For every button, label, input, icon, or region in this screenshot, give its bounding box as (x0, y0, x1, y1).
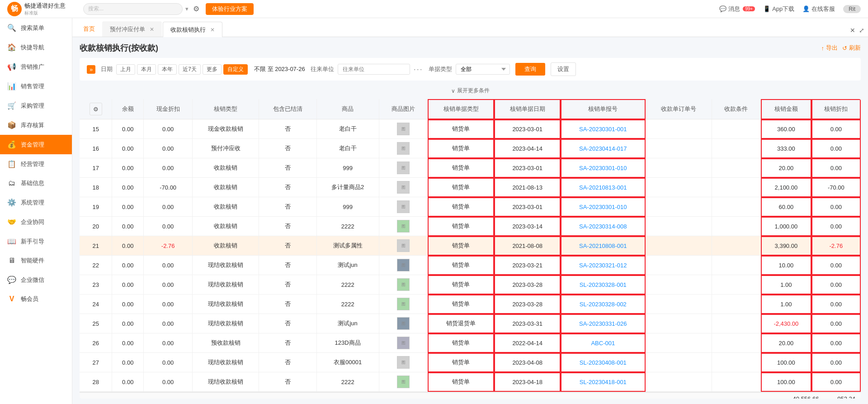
cell-bill-type: 销货单 (428, 275, 494, 295)
cell-bill-type: 销货单 (428, 295, 494, 314)
gear-settings-icon[interactable]: ⚙ (90, 103, 102, 115)
cell-id: 22 (80, 256, 112, 275)
sidebar-item-operations[interactable]: 📋 经营管理 (0, 154, 72, 174)
cell-cash-discount: 0.00 (144, 353, 193, 372)
cell-goods: 2222 (316, 372, 379, 392)
settings-icon[interactable]: ⚙ (193, 5, 199, 13)
chevron-down-icon: ∨ (451, 88, 455, 94)
bill-no-link[interactable]: SA-20230301-010 (579, 204, 627, 210)
bill-type-label: 单据类型 (429, 65, 452, 73)
cell-bill-no: SA-20210808-001 (561, 236, 646, 256)
bill-no-link[interactable]: SL-20230418-001 (580, 379, 627, 385)
cell-goods-img: 图 (379, 178, 428, 197)
tab-bar: 首页 预付冲应付单 ✕ 收款核销执行 ✕ ✕ ⤢ (72, 18, 868, 37)
sidebar-item-inventory[interactable]: 📦 库存核算 (0, 115, 72, 135)
message-button[interactable]: 💬 消息 99+ (719, 5, 755, 13)
unit-input[interactable] (338, 64, 410, 75)
bill-no-link[interactable]: SA-20230314-008 (579, 223, 627, 230)
sales-icon: 📊 (7, 82, 16, 90)
date-btn-7days[interactable]: 近7天 (179, 64, 201, 75)
bill-no-link[interactable]: SA-20210813-001 (579, 184, 627, 191)
bill-no-link[interactable]: SA-20230331-026 (579, 320, 627, 327)
solution-button[interactable]: 体验行业方案 (206, 3, 254, 15)
online-service-button[interactable]: 👤 在线客服 (802, 5, 835, 13)
tab-home[interactable]: 首页 (76, 21, 102, 37)
sidebar-item-marketing[interactable]: 📢 营销推广 (0, 57, 72, 76)
tab-prepay[interactable]: 预付冲应付单 ✕ (102, 21, 162, 37)
sidebar-item-system-label: 系统管理 (21, 199, 44, 207)
query-button[interactable]: 查询 (515, 63, 545, 76)
close-window-icon[interactable]: ✕ (850, 27, 855, 34)
maximize-icon[interactable]: ⤢ (859, 27, 864, 34)
message-icon: 💬 (719, 5, 726, 12)
sidebar-item-sales[interactable]: 📊 销售管理 (0, 76, 72, 96)
sidebar-item-basic[interactable]: 🗂 基础信息 (0, 174, 72, 193)
app-download-button[interactable]: 📱 App下载 (763, 5, 794, 13)
expand-more-bar[interactable]: ∨ 展开更多条件 (80, 85, 861, 96)
cell-bill-type: 销货单 (428, 158, 494, 178)
cell-bill-type: 销货单 (428, 217, 494, 236)
bill-no-link[interactable]: SA-20230301-010 (579, 165, 627, 171)
cell-receipt-order (646, 372, 712, 392)
bill-no-link[interactable]: ABC-001 (591, 340, 615, 347)
cell-balance: 0.00 (112, 178, 144, 197)
logo-icon: 畅 (7, 2, 22, 16)
expand-more-label: 展开更多条件 (457, 87, 490, 95)
cell-receipt-order (646, 236, 712, 256)
sidebar-item-collab[interactable]: 🤝 企业协同 (0, 212, 72, 232)
date-filter: 日期 上月 本月 本年 近7天 更多 自定义 不限 至 2023-07-26 (101, 64, 305, 75)
cell-writeoff-type: 现金收款核销 (193, 119, 259, 139)
cell-id: 20 (80, 217, 112, 236)
date-btn-this-year[interactable]: 本年 (158, 64, 177, 75)
sidebar-item-finance[interactable]: 💰 资金管理 (0, 135, 72, 154)
tab-prepay-close-icon[interactable]: ✕ (150, 26, 154, 33)
cell-receipt-order (646, 197, 712, 217)
bill-no-link[interactable]: SL-20230328-002 (580, 301, 627, 308)
bill-no-link[interactable]: SA-20230301-001 (579, 126, 627, 133)
bill-no-link[interactable]: SL-20230328-001 (580, 281, 627, 288)
col-header-receipt-cond: 收款条件 (712, 99, 760, 119)
date-btn-last-month[interactable]: 上月 (116, 64, 135, 75)
export-button[interactable]: ↑ 导出 (821, 44, 838, 52)
page-title: 收款核销执行(按收款) (80, 43, 158, 53)
cell-id: 15 (80, 119, 112, 139)
cell-balance: 0.00 (112, 236, 144, 256)
cell-balance: 0.00 (112, 333, 144, 353)
bill-no-link[interactable]: SA-20210808-001 (579, 242, 627, 249)
dropdown-arrow-icon[interactable]: ▾ (185, 5, 189, 12)
sidebar-item-nav[interactable]: 🏠 快捷导航 (0, 38, 72, 57)
cell-writeoff-discount: 0.00 (811, 197, 860, 217)
top-search-bar[interactable]: 搜索... (83, 3, 183, 15)
message-badge: 99+ (743, 6, 755, 11)
cell-goods-img: 图 (379, 256, 428, 275)
sidebar-item-system[interactable]: ⚙️ 系统管理 (0, 193, 72, 212)
sidebar-item-hardware[interactable]: 🖥 智能硬件 (0, 251, 72, 270)
sidebar-item-guide[interactable]: 📖 新手引导 (0, 232, 72, 251)
date-btn-this-month[interactable]: 本月 (137, 64, 156, 75)
cell-bill-type: 销货单 (428, 197, 494, 217)
cell-receipt-cond (712, 197, 760, 217)
tab-bar-actions: ✕ ⤢ (850, 27, 864, 34)
cell-receipt-order (646, 256, 712, 275)
bill-no-link[interactable]: SL-20230408-001 (580, 359, 627, 366)
tab-writeoff-close-icon[interactable]: ✕ (210, 27, 215, 33)
cell-balance: 0.00 (112, 295, 144, 314)
cell-writeoff-discount: 0.00 (811, 139, 860, 158)
sidebar-item-member[interactable]: V 畅会员 (0, 290, 72, 309)
cell-bill-no: SA-20230314-008 (561, 217, 646, 236)
date-btn-more[interactable]: 更多 (203, 64, 222, 75)
bill-no-link[interactable]: SA-20230414-017 (579, 145, 627, 152)
tab-writeoff[interactable]: 收款核销执行 ✕ (163, 22, 222, 37)
set-button[interactable]: 设置 (551, 62, 576, 76)
bill-type-select[interactable]: 全部 销货单 销货退货单 (456, 64, 510, 75)
sidebar-item-purchase[interactable]: 🛒 采购管理 (0, 96, 72, 115)
user-avatar[interactable]: Rit (843, 5, 861, 13)
filter-expand-icon[interactable]: » (87, 65, 95, 74)
bill-no-link[interactable]: SA-20230321-012 (579, 262, 627, 269)
sidebar-item-search[interactable]: 🔍 搜索菜单 (0, 18, 72, 38)
refresh-button[interactable]: ↺ 刷新 (842, 44, 861, 52)
cell-receipt-cond (712, 236, 760, 256)
sidebar-item-wechat[interactable]: 💬 企业微信 (0, 270, 72, 290)
date-btn-custom[interactable]: 自定义 (223, 64, 248, 75)
table-row: 20 0.00 0.00 收款核销 否 2222 图 销货单 2023-03-1… (80, 217, 861, 236)
